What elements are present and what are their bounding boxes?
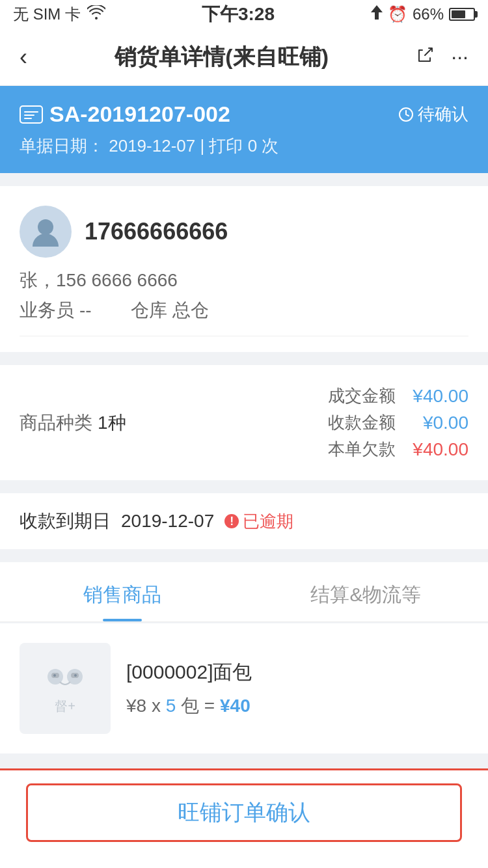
print-count: 0: [248, 136, 257, 156]
received-label: 收款金额: [328, 411, 396, 434]
bottom-bar: 旺铺订单确认: [0, 768, 488, 868]
order-header-card: SA-20191207-002 待确认 单据日期： 2019-12-07 | 打…: [0, 86, 488, 173]
salesperson-label: 业务员: [20, 298, 74, 323]
product-item: 督+ [0000002]面包 ¥8 x 5 包 = ¥40: [0, 623, 488, 753]
share-icon[interactable]: [416, 45, 435, 70]
svg-point-10: [74, 674, 77, 677]
customer-card: 17666666666 张，156 6666 6666 业务员 -- 仓库 总仓: [0, 186, 488, 352]
status-bar-left: 无 SIM 卡: [13, 4, 105, 25]
tab-settlement[interactable]: 结算&物流等: [244, 562, 488, 621]
debt-amount-row: 本单欠款 ¥40.00: [328, 438, 468, 461]
summary-card: 商品种类 1种 成交金额 ¥40.00 收款金额 ¥0.00 本单欠款 ¥40.…: [0, 365, 488, 480]
customer-phone: 17666666666: [85, 218, 228, 245]
due-date-value: 2019-12-07: [121, 511, 214, 532]
status-bar-right: ⏰ 66%: [371, 5, 475, 23]
nav-bar: ‹ 销货单详情(来自旺铺) ···: [0, 29, 488, 86]
location-icon: [371, 5, 383, 23]
alarm-icon: ⏰: [388, 5, 407, 23]
salesperson-item: 业务员 --: [20, 298, 92, 323]
product-thumbnail: 督+: [20, 643, 111, 734]
received-value: ¥0.00: [403, 413, 468, 433]
svg-point-9: [53, 674, 56, 677]
order-date-row: 单据日期： 2019-12-07 | 打印 0 次: [20, 135, 468, 157]
order-number: SA-20191207-002: [20, 102, 230, 127]
confirm-order-button[interactable]: 旺铺订单确认: [26, 783, 462, 842]
product-price-row: ¥8 x 5 包 = ¥40: [126, 694, 468, 718]
back-button[interactable]: ‹: [20, 44, 27, 71]
warehouse-label: 仓库: [131, 298, 167, 323]
product-info: [0000002]面包 ¥8 x 5 包 = ¥40: [126, 659, 468, 718]
svg-point-2: [38, 219, 53, 235]
transaction-label: 成交金额: [328, 385, 396, 407]
due-date-label: 收款到期日: [20, 509, 111, 534]
overdue-badge: ! 已逾期: [224, 510, 293, 533]
status-bar: 无 SIM 卡 下午3:28 ⏰ 66%: [0, 0, 488, 29]
due-date-card: 收款到期日 2019-12-07 ! 已逾期: [0, 493, 488, 549]
order-date: 2019-12-07: [109, 136, 195, 156]
product-type: 商品种类 1种: [20, 411, 126, 435]
tabs-container: 销售商品 结算&物流等: [0, 562, 488, 622]
quantity: 5: [166, 696, 176, 716]
transaction-amount-row: 成交金额 ¥40.00: [328, 385, 468, 407]
received-amount-row: 收款金额 ¥0.00: [328, 411, 468, 434]
customer-meta: 业务员 -- 仓库 总仓: [20, 298, 468, 323]
order-status: 待确认: [398, 103, 468, 126]
salesperson-value: --: [79, 300, 92, 321]
transaction-value: ¥40.00: [403, 386, 468, 407]
page-title: 销货单详情(来自旺铺): [115, 42, 329, 72]
price-per-unit: ¥8: [126, 696, 146, 716]
status-bar-time: 下午3:28: [202, 2, 275, 27]
overdue-text: 已逾期: [243, 510, 293, 533]
overdue-warning-icon: !: [224, 514, 239, 528]
battery-percentage: 66%: [413, 5, 444, 23]
product-total: ¥40: [220, 696, 251, 716]
product-name: [0000002]面包: [126, 659, 468, 686]
customer-name-detail: 张，156 6666 6666: [20, 268, 468, 293]
debt-value: ¥40.00: [403, 439, 468, 460]
customer-avatar: [20, 206, 72, 258]
debt-label: 本单欠款: [328, 438, 396, 461]
order-id: SA-20191207-002: [49, 102, 230, 127]
more-icon[interactable]: ···: [451, 45, 468, 69]
network-label: 无 SIM 卡: [13, 4, 81, 25]
summary-amounts: 成交金额 ¥40.00 收款金额 ¥0.00 本单欠款 ¥40.00: [328, 385, 468, 461]
nav-right: ···: [416, 45, 468, 70]
status-label: 待确认: [418, 103, 468, 126]
product-list: 督+ [0000002]面包 ¥8 x 5 包 = ¥40: [0, 623, 488, 753]
warehouse-item: 仓库 总仓: [131, 298, 209, 323]
wifi-icon: [87, 5, 105, 23]
tab-products[interactable]: 销售商品: [0, 562, 244, 621]
warehouse-value: 总仓: [172, 298, 209, 323]
battery-icon: [449, 8, 475, 21]
